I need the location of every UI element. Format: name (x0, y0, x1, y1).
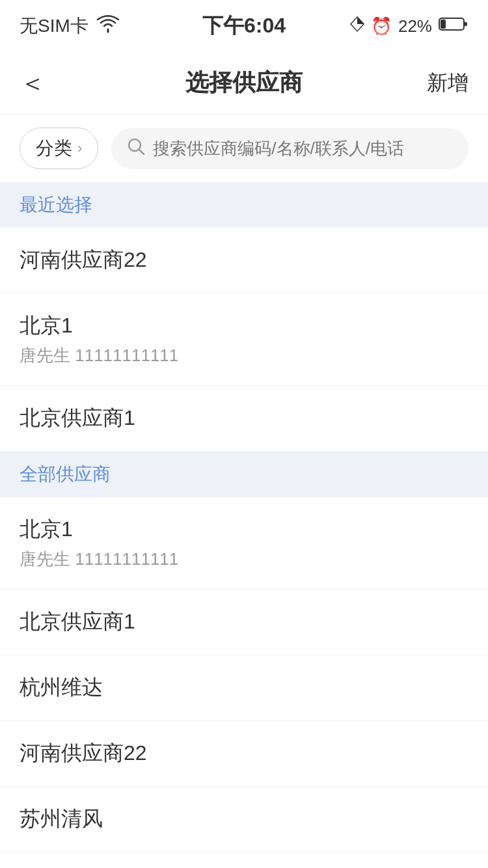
location-icon (350, 15, 364, 38)
page-title: 选择供应商 (185, 67, 303, 99)
status-left: 无SIM卡 (20, 14, 120, 38)
item-name: 河南供应商22 (20, 739, 468, 768)
category-button[interactable]: 分类 › (20, 128, 98, 169)
filter-bar: 分类 › (0, 115, 488, 182)
list-item[interactable]: 河南供应商22 (0, 721, 488, 787)
alarm-icon: ⏰ (371, 16, 392, 36)
list-item[interactable]: 北京1 唐先生 11111111111 (0, 497, 488, 590)
status-right: ⏰ 22% (350, 15, 468, 38)
carrier-label: 无SIM卡 (20, 14, 88, 38)
svg-line-7 (139, 150, 144, 154)
category-label: 分类 (36, 136, 72, 161)
all-items-list: 北京1 唐先生 11111111111 北京供应商1 杭州维达 河南供应商22 … (0, 497, 488, 852)
battery-icon (439, 16, 468, 36)
item-name: 杭州维达 (20, 673, 468, 702)
item-name: 河南供应商22 (20, 246, 468, 275)
search-input[interactable] (153, 139, 453, 159)
svg-marker-2 (357, 16, 364, 24)
item-name: 北京供应商1 (20, 608, 468, 636)
status-bar: 无SIM卡 下午6:04 ⏰ 22% (0, 0, 488, 52)
item-contact: 唐先生 11111111111 (20, 548, 468, 571)
wifi-icon (96, 15, 120, 38)
chevron-right-icon: › (77, 140, 82, 157)
list-item[interactable]: 北京1 唐先生 11111111111 (0, 293, 488, 386)
list-item[interactable]: 北京供应商1 (0, 590, 488, 655)
add-button[interactable]: 新增 (427, 69, 468, 98)
list-item[interactable]: 北京供应商1 (0, 386, 488, 452)
search-icon (127, 137, 145, 160)
recent-section-header: 最近选择 (0, 182, 488, 228)
svg-rect-4 (441, 20, 446, 29)
list-item[interactable]: 苏州清风 (0, 787, 488, 852)
search-box (111, 128, 468, 169)
svg-rect-5 (464, 22, 467, 26)
all-section-header: 全部供应商 (0, 452, 488, 497)
status-time: 下午6:04 (202, 12, 286, 40)
battery-label: 22% (398, 16, 432, 36)
nav-bar: ＜ 选择供应商 新增 (0, 52, 488, 115)
list-item[interactable]: 河南供应商22 (0, 228, 488, 293)
recent-items-list: 河南供应商22 北京1 唐先生 11111111111 北京供应商1 (0, 228, 488, 452)
back-button[interactable]: ＜ (20, 65, 72, 101)
item-name: 北京供应商1 (20, 404, 468, 433)
item-contact: 唐先生 11111111111 (20, 344, 468, 367)
list-item[interactable]: 杭州维达 (0, 655, 488, 721)
item-name: 北京1 (20, 312, 468, 340)
item-name: 苏州清风 (20, 805, 468, 834)
item-name: 北京1 (20, 515, 468, 544)
